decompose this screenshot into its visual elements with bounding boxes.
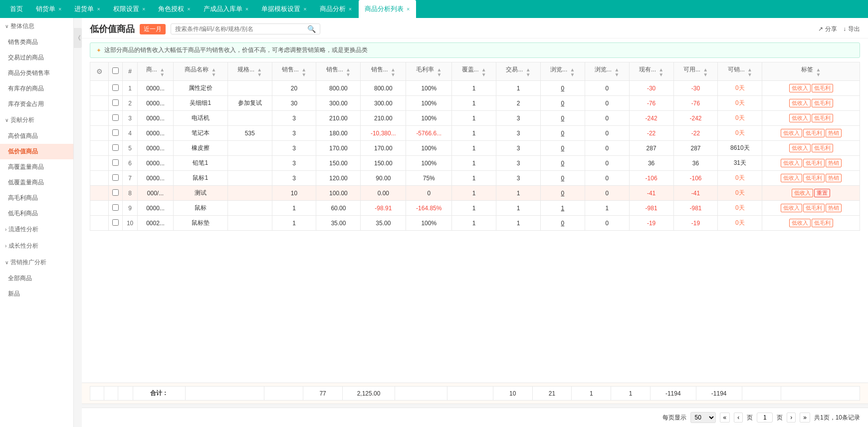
col-coverage[interactable]: 覆盖... ▲▼ xyxy=(452,62,496,81)
nav-sales-order[interactable]: 销货单 × xyxy=(30,0,67,18)
row-checkbox-cell[interactable] xyxy=(109,126,123,141)
col-settings[interactable]: ⚙ xyxy=(90,62,109,81)
sidebar-item-high-coverage[interactable]: 高覆盖量商品 xyxy=(0,159,73,175)
row-checkbox-cell[interactable] xyxy=(109,141,123,156)
sidebar-item-all-products[interactable]: 全部商品 xyxy=(0,271,73,286)
close-icon[interactable]: × xyxy=(58,6,61,12)
row-checkbox-cell[interactable] xyxy=(109,201,123,216)
row-view1[interactable]: 1 xyxy=(540,201,585,216)
nav-permissions[interactable]: 权限设置 × xyxy=(107,0,151,18)
col-gross-margin[interactable]: 毛利率 ▲▼ xyxy=(406,62,452,81)
sidebar-group-growth[interactable]: › 成长性分析 xyxy=(0,238,73,254)
row-view1[interactable]: 0 xyxy=(540,186,585,201)
nav-product-analysis-list[interactable]: 商品分析列表 × xyxy=(359,0,416,18)
sidebar-group-overall[interactable]: ∨ 整体信息 xyxy=(0,18,73,34)
sidebar-group-contribution[interactable]: ∨ 贡献分析 xyxy=(0,112,73,128)
col-sales-qty[interactable]: 销售... ▲▼ xyxy=(272,62,316,81)
search-icon[interactable]: 🔍 xyxy=(307,25,316,33)
select-all-checkbox[interactable] xyxy=(112,67,119,74)
row-checkbox[interactable] xyxy=(112,204,119,211)
close-icon[interactable]: × xyxy=(245,6,248,12)
close-icon[interactable]: × xyxy=(142,6,145,12)
sidebar-collapse-button[interactable]: 《 xyxy=(74,28,82,48)
sidebar-item-high-value[interactable]: 高价值商品 xyxy=(0,128,73,144)
page-input[interactable] xyxy=(757,413,773,423)
row-checkbox[interactable] xyxy=(112,114,119,121)
col-sellable[interactable]: 可销... ▲▼ xyxy=(718,62,762,81)
nav-roles[interactable]: 角色授权 × xyxy=(152,0,196,18)
row-checkbox-cell[interactable] xyxy=(109,171,123,186)
row-view1[interactable]: 0 xyxy=(540,111,585,126)
last-page-button[interactable]: » xyxy=(800,413,810,423)
sidebar-item-low-value[interactable]: 低价值商品 xyxy=(0,144,73,159)
row-view1[interactable]: 0 xyxy=(540,156,585,171)
sidebar-item-with-stock[interactable]: 有库存的商品 xyxy=(0,81,73,96)
close-icon[interactable]: × xyxy=(349,6,352,12)
close-icon[interactable]: × xyxy=(187,6,190,12)
row-view1[interactable]: 0 xyxy=(540,126,585,141)
export-button[interactable]: ↓ 导出 xyxy=(843,25,860,33)
col-sales-amount[interactable]: 销售... ▲▼ xyxy=(361,62,406,81)
row-view1[interactable]: 0 xyxy=(540,81,585,96)
row-view1[interactable]: 0 xyxy=(540,96,585,111)
nav-inventory[interactable]: 产成品入库单 × xyxy=(198,0,254,18)
row-checkbox-cell[interactable] xyxy=(109,186,123,201)
sidebar-item-stock-fund[interactable]: 库存资金占用 xyxy=(0,96,73,112)
sidebar-item-high-gross[interactable]: 高毛利商品 xyxy=(0,190,73,206)
search-input[interactable] xyxy=(175,25,305,32)
prev-page-button[interactable]: ‹ xyxy=(734,413,743,423)
sidebar-item-category-rate[interactable]: 商品分类销售率 xyxy=(0,65,73,81)
col-tags[interactable]: 标签 ▲▼ xyxy=(762,62,860,81)
close-icon[interactable]: × xyxy=(97,6,100,12)
col-available[interactable]: 可用... ▲▼ xyxy=(673,62,718,81)
col-code[interactable]: 商... ▲▼ xyxy=(138,62,174,81)
close-icon[interactable]: × xyxy=(407,6,410,12)
horizontal-scrollbar[interactable] xyxy=(82,404,868,408)
col-trade[interactable]: 交易... ▲▼ xyxy=(496,62,541,81)
row-coverage: 1 xyxy=(452,81,496,96)
col-checkbox[interactable] xyxy=(109,62,123,81)
row-checkbox[interactable] xyxy=(112,174,119,181)
sidebar-item-traded-products[interactable]: 交易过的商品 xyxy=(0,50,73,65)
row-checkbox-cell[interactable] xyxy=(109,216,123,231)
row-checkbox-cell[interactable] xyxy=(109,96,123,111)
close-icon[interactable]: × xyxy=(303,6,306,12)
row-checkbox[interactable] xyxy=(112,129,119,136)
col-sales-price[interactable]: 销售... ▲▼ xyxy=(316,62,361,81)
col-current-stock[interactable]: 现有... ▲▼ xyxy=(629,62,673,81)
nav-product-analysis[interactable]: 商品分析 × xyxy=(314,0,358,18)
col-view1[interactable]: 浏览... ▲▼ xyxy=(540,62,585,81)
row-checkbox[interactable] xyxy=(112,189,119,196)
row-gross-margin: 100% xyxy=(406,141,452,156)
col-view2[interactable]: 浏览... ▲▼ xyxy=(585,62,629,81)
row-checkbox-cell[interactable] xyxy=(109,111,123,126)
row-checkbox-cell[interactable] xyxy=(109,81,123,96)
nav-purchase-order[interactable]: 进货单 × xyxy=(68,0,106,18)
row-checkbox[interactable] xyxy=(112,99,119,106)
page-size-select[interactable]: 50 100 200 xyxy=(690,412,716,423)
sidebar-group-marketing[interactable]: ∨ 营销推广分析 xyxy=(0,254,73,271)
col-spec[interactable]: 规格... ▲▼ xyxy=(227,62,272,81)
row-view1[interactable]: 0 xyxy=(540,141,585,156)
row-checkbox[interactable] xyxy=(112,144,119,151)
next-page-button[interactable]: › xyxy=(787,413,796,423)
info-text: 这部分商品的销售收入大幅低于商品平均销售收入，价值不高，可考虑调整营销策略，或是… xyxy=(104,46,368,54)
nav-template[interactable]: 单据模板设置 × xyxy=(255,0,312,18)
time-filter-button[interactable]: 近一月 xyxy=(140,24,166,34)
row-checkbox[interactable] xyxy=(112,84,119,91)
col-name[interactable]: 商品名称 ▲▼ xyxy=(173,62,227,81)
sidebar-item-sales-products[interactable]: 销售类商品 xyxy=(0,34,73,50)
sidebar-item-low-gross[interactable]: 低毛利商品 xyxy=(0,206,73,221)
nav-home[interactable]: 首页 xyxy=(4,0,29,18)
sidebar-item-low-coverage[interactable]: 低覆盖量商品 xyxy=(0,175,73,190)
row-view1[interactable]: 0 xyxy=(540,216,585,231)
row-view1[interactable]: 0 xyxy=(540,171,585,186)
share-button[interactable]: ↗ 分享 xyxy=(818,25,837,33)
row-checkbox[interactable] xyxy=(112,219,119,226)
first-page-button[interactable]: « xyxy=(720,413,730,423)
sidebar-group-circulation[interactable]: › 流通性分析 xyxy=(0,221,73,238)
row-checkbox[interactable] xyxy=(112,159,119,166)
row-gross-margin: -164.85% xyxy=(406,201,452,216)
row-checkbox-cell[interactable] xyxy=(109,156,123,171)
sidebar-item-new-products[interactable]: 新品 xyxy=(0,286,73,302)
